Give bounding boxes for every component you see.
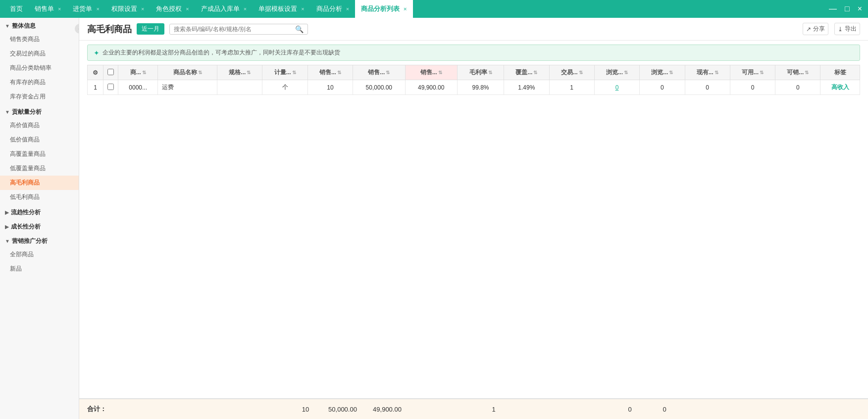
close-btn[interactable]: ×: [856, 4, 864, 13]
arrow-down-icon: ▼: [5, 23, 10, 29]
row-browse2: 0: [640, 80, 685, 95]
info-icon: ✦: [94, 49, 100, 57]
nav-finished-goods-close[interactable]: ×: [244, 6, 247, 12]
row-spec: [217, 80, 262, 95]
nav-product-analysis-list[interactable]: 商品分析列表 ×: [355, 0, 412, 18]
row-available: 0: [730, 80, 775, 95]
select-all-checkbox[interactable]: [107, 69, 114, 75]
export-icon: ⤓: [838, 26, 843, 33]
footer-sales-profit: 49,900.00: [365, 406, 409, 413]
sidebar-item-low-margin[interactable]: 低毛利商品: [0, 190, 79, 204]
sidebar-group-growth[interactable]: ▶ 成长性分析: [0, 219, 79, 233]
nav-product-analysis-close[interactable]: ×: [346, 6, 349, 12]
row-checkbox[interactable]: [103, 80, 118, 95]
window-controls: — □ ×: [827, 4, 864, 13]
search-input[interactable]: [174, 26, 293, 33]
nav-finished-goods[interactable]: 产成品入库单 ×: [195, 0, 253, 18]
row-sales-qty: 10: [307, 80, 353, 95]
sidebar-item-category-rate[interactable]: 商品分类助销率: [0, 61, 79, 75]
arrow-right-icon-2: ▶: [5, 224, 9, 230]
col-header-current-stock[interactable]: 现有...⇅: [685, 65, 730, 80]
col-header-settings[interactable]: ⚙: [88, 65, 103, 80]
sidebar: « ▼ 整体信息 销售类商品 交易过的商品 商品分类助销率 有库存的商品 库存资…: [0, 18, 79, 419]
sidebar-item-high-margin[interactable]: 高毛利商品: [0, 176, 79, 190]
nav-role-auth[interactable]: 角色授权 ×: [150, 0, 195, 18]
footer-unit: [261, 406, 291, 413]
col-header-spec[interactable]: 规格...⇅: [217, 65, 262, 80]
sidebar-group-trend[interactable]: ▶ 流趋性分析: [0, 204, 79, 219]
nav-role-auth-close[interactable]: ×: [186, 6, 189, 12]
sidebar-item-high-value[interactable]: 高价值商品: [0, 118, 79, 133]
sidebar-group-overview[interactable]: ▼ 整体信息: [0, 18, 79, 32]
row-browse1[interactable]: 0: [594, 80, 639, 95]
data-table: ⚙ 商...⇅ 商品名称⇅ 规格...⇅ 计量...⇅ 销售...⇅ 销售...…: [87, 65, 860, 95]
row-unit: 个: [262, 80, 307, 95]
footer-transaction: 1: [479, 406, 509, 413]
sidebar-item-low-value[interactable]: 低价值商品: [0, 133, 79, 147]
nav-home[interactable]: 首页: [4, 0, 29, 18]
sidebar-item-traded-goods[interactable]: 交易过的商品: [0, 47, 79, 61]
sidebar-item-capital[interactable]: 库存资金占用: [0, 90, 79, 104]
info-banner: ✦ 企业的主要的利润都是这部分商品创造的，可考虑加大推广，同时关注库存是不要出现…: [87, 45, 860, 61]
row-sellable: 0: [775, 80, 820, 95]
nav-purchase-order[interactable]: 进货单 ×: [67, 0, 105, 18]
nav-permissions-close[interactable]: ×: [141, 6, 144, 12]
col-header-browse1[interactable]: 浏览...⇅: [594, 65, 639, 80]
nav-template-settings-close[interactable]: ×: [301, 6, 304, 12]
sidebar-group-marketing[interactable]: ▼ 营销推广分析: [0, 233, 79, 247]
sidebar-item-all-goods[interactable]: 全部商品: [0, 247, 79, 262]
col-header-checkbox[interactable]: [103, 65, 118, 80]
arrow-right-icon: ▶: [5, 210, 9, 215]
sidebar-item-in-stock[interactable]: 有库存的商品: [0, 75, 79, 90]
nav-sales-order-close[interactable]: ×: [58, 6, 61, 12]
footer-sales-qty: 10: [291, 406, 320, 413]
filter-recent-month-btn[interactable]: 近一月: [137, 23, 164, 35]
maximize-btn[interactable]: □: [843, 4, 852, 13]
sidebar-item-new-goods[interactable]: 新品: [0, 262, 79, 276]
sidebar-item-sales-goods[interactable]: 销售类商品: [0, 32, 79, 47]
nav-template-settings[interactable]: 单据模板设置 ×: [253, 0, 310, 18]
col-header-coverage[interactable]: 覆盖...⇅: [504, 65, 549, 80]
row-tag: 高收入: [820, 80, 860, 95]
table-wrap: ⚙ 商...⇅ 商品名称⇅ 规格...⇅ 计量...⇅ 销售...⇅ 销售...…: [79, 65, 868, 398]
row-name: 运费: [158, 80, 217, 95]
main-layout: « ▼ 整体信息 销售类商品 交易过的商品 商品分类助销率 有库存的商品 库存资…: [0, 18, 868, 419]
arrow-down-icon-3: ▼: [5, 238, 10, 244]
minimize-btn[interactable]: —: [827, 4, 839, 13]
export-btn[interactable]: ⤓ 导出: [834, 23, 860, 35]
nav-purchase-order-close[interactable]: ×: [96, 6, 99, 12]
col-header-name[interactable]: 商品名称⇅: [158, 65, 217, 80]
footer-cells: 10 50,000.00 49,900.00 1 0 0: [112, 406, 860, 413]
col-header-browse2[interactable]: 浏览...⇅: [640, 65, 685, 80]
nav-sales-order[interactable]: 销售单 ×: [29, 0, 67, 18]
row-coverage: 1.49%: [504, 80, 549, 95]
col-header-available[interactable]: 可用...⇅: [730, 65, 775, 80]
nav-product-analysis-list-close[interactable]: ×: [404, 6, 407, 12]
content-area: 高毛利商品 近一月 🔍 ↗ 分享 ⤓ 导出 ✦ 企业的主要的利润都是这部分商品创…: [79, 18, 868, 419]
col-header-sales-amount[interactable]: 销售...⇅: [353, 65, 405, 80]
row-current-stock: 0: [685, 80, 730, 95]
col-header-code[interactable]: 商...⇅: [118, 65, 158, 80]
table-row: 1 0000... 运费 个 10 50,000.00 49,900.00 99…: [88, 80, 860, 95]
row-code[interactable]: 0000...: [118, 80, 158, 95]
footer-available: 0: [613, 406, 647, 413]
footer-sellable: 0: [647, 406, 682, 413]
col-header-tag[interactable]: 标签: [820, 65, 860, 80]
footer-sales-amount: 50,000.00: [320, 406, 365, 413]
col-header-sellable[interactable]: 可销...⇅: [775, 65, 820, 80]
share-btn[interactable]: ↗ 分享: [803, 23, 828, 35]
footer-label: 合计：: [87, 405, 106, 414]
search-icon[interactable]: 🔍: [295, 25, 304, 33]
col-header-gross-margin[interactable]: 毛利率⇅: [457, 65, 504, 80]
col-header-transaction[interactable]: 交易...⇅: [549, 65, 594, 80]
sidebar-item-high-coverage[interactable]: 高覆盖量商品: [0, 147, 79, 161]
row-sales-profit: 49,900.00: [405, 80, 457, 95]
col-header-unit[interactable]: 计量...⇅: [262, 65, 307, 80]
search-wrap: 🔍: [169, 24, 308, 35]
sidebar-item-low-coverage[interactable]: 低覆盖量商品: [0, 161, 79, 176]
col-header-sales-qty[interactable]: 销售...⇅: [307, 65, 353, 80]
col-header-sales-profit[interactable]: 销售...⇅: [405, 65, 457, 80]
nav-permissions[interactable]: 权限设置 ×: [105, 0, 150, 18]
nav-product-analysis[interactable]: 商品分析 ×: [310, 0, 355, 18]
sidebar-group-contribution[interactable]: ▼ 贡献量分析: [0, 104, 79, 118]
